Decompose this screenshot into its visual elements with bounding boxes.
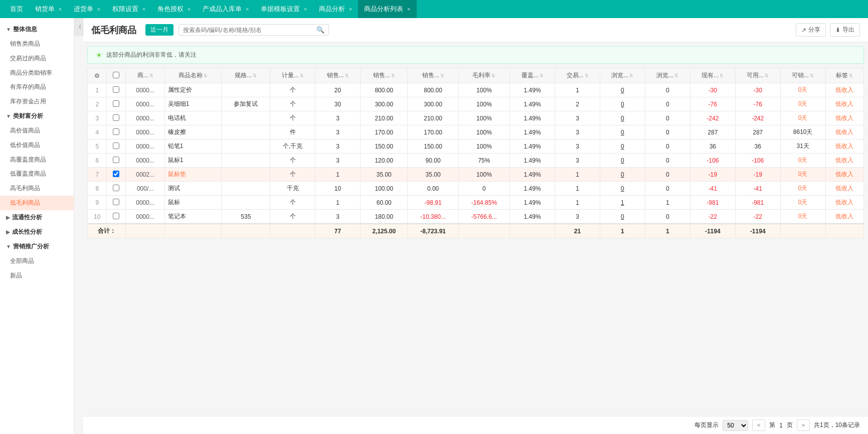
row-select-checkbox[interactable] bbox=[113, 86, 119, 93]
th-browse1[interactable]: 浏览...⇅ bbox=[600, 68, 645, 83]
th-sales-qty[interactable]: 销售...⇅ bbox=[315, 68, 361, 83]
th-settings[interactable]: ⚙ bbox=[88, 68, 107, 83]
nav-product-analysis-list[interactable]: 商品分析列表 × bbox=[358, 0, 416, 18]
th-gross-margin[interactable]: 毛利率⇅ bbox=[458, 68, 509, 83]
th-current-stock[interactable]: 现有...⇅ bbox=[690, 68, 735, 83]
nav-sales-order[interactable]: 销货单 × bbox=[29, 0, 68, 18]
nav-product-analysis[interactable]: 商品分析 × bbox=[313, 0, 358, 18]
sort-spec[interactable]: 规格...⇅ bbox=[235, 71, 257, 80]
sidebar-item-in-stock-products[interactable]: 有库存的商品 bbox=[0, 80, 74, 94]
row-browse1[interactable]: 0 bbox=[600, 111, 645, 125]
sidebar-item-low-coverage[interactable]: 低覆盖度商品 bbox=[0, 167, 74, 181]
row-checkbox[interactable] bbox=[107, 111, 126, 125]
sidebar-group-liquidity-header[interactable]: ▶ 流通性分析 bbox=[0, 210, 74, 225]
th-sales-price[interactable]: 销售...⇅ bbox=[360, 68, 408, 83]
sidebar-item-low-value[interactable]: 低价值商品 bbox=[0, 138, 74, 153]
export-button[interactable]: ⬇ 导出 bbox=[830, 23, 860, 37]
sidebar-group-overall-header[interactable]: ▼ 整体信息 bbox=[0, 22, 74, 37]
nav-close-template[interactable]: × bbox=[304, 6, 307, 12]
sidebar-item-category-sales-rate[interactable]: 商品分类助销率 bbox=[0, 66, 74, 80]
row-name[interactable]: 笔记本 bbox=[164, 210, 222, 224]
nav-close-purchase[interactable]: × bbox=[97, 6, 100, 12]
row-name[interactable]: 鼠标 bbox=[164, 196, 222, 210]
nav-close-role[interactable]: × bbox=[188, 6, 191, 12]
th-unit[interactable]: 计量...⇅ bbox=[270, 68, 315, 83]
th-checkbox[interactable] bbox=[107, 68, 126, 83]
row-select-checkbox[interactable] bbox=[113, 213, 119, 219]
th-tag[interactable]: 标签⇅ bbox=[825, 68, 863, 83]
th-name[interactable]: 商品名称⇅ bbox=[164, 68, 222, 83]
row-tag[interactable]: 低收入 bbox=[825, 154, 863, 168]
nav-close-product[interactable]: × bbox=[246, 6, 249, 12]
row-select-checkbox[interactable] bbox=[113, 142, 119, 149]
nav-home[interactable]: 首页 bbox=[4, 0, 29, 18]
row-browse1[interactable]: 0 bbox=[600, 168, 645, 182]
nav-permissions[interactable]: 权限设置 × bbox=[106, 0, 151, 18]
sidebar-item-inventory-capital[interactable]: 库存资金占用 bbox=[0, 94, 74, 109]
th-sales-amount[interactable]: 销售...⇅ bbox=[408, 68, 458, 83]
th-spec[interactable]: 规格...⇅ bbox=[222, 68, 270, 83]
row-select-checkbox[interactable] bbox=[113, 114, 119, 121]
sidebar-group-wealth-header[interactable]: ▼ 类财富分析 bbox=[0, 109, 74, 123]
sort-tag[interactable]: 标签⇅ bbox=[836, 71, 853, 80]
next-page-button[interactable]: ＞ bbox=[797, 419, 810, 431]
row-select-checkbox[interactable] bbox=[113, 100, 119, 107]
row-checkbox[interactable] bbox=[107, 154, 126, 168]
sidebar-group-growth-header[interactable]: ▶ 成长性分析 bbox=[0, 225, 74, 239]
nav-close-sales[interactable]: × bbox=[59, 6, 62, 12]
nav-template-settings[interactable]: 单据模板设置 × bbox=[255, 0, 313, 18]
row-select-checkbox[interactable] bbox=[113, 199, 119, 205]
row-tag[interactable]: 低收入 bbox=[825, 210, 863, 224]
select-all-checkbox[interactable] bbox=[113, 72, 119, 78]
sidebar-group-marketing-header[interactable]: ▼ 营销推广分析 bbox=[0, 239, 74, 254]
row-tag[interactable]: 低收入 bbox=[825, 168, 863, 182]
row-name[interactable]: 测试 bbox=[164, 182, 222, 196]
row-name[interactable]: 吴细细1 bbox=[164, 97, 222, 111]
sort-unit[interactable]: 计量...⇅ bbox=[282, 71, 304, 80]
sort-sales-amount[interactable]: 销售...⇅ bbox=[422, 71, 444, 80]
sidebar-item-new-products[interactable]: 新品 bbox=[0, 268, 74, 283]
nav-product-entry[interactable]: 产成品入库单 × bbox=[197, 0, 255, 18]
prev-page-button[interactable]: ＜ bbox=[752, 419, 765, 431]
row-tag[interactable]: 低收入 bbox=[825, 182, 863, 196]
nav-role-auth[interactable]: 角色授权 × bbox=[151, 0, 197, 18]
page-size-select[interactable]: 50 100 200 bbox=[723, 420, 748, 431]
row-checkbox[interactable] bbox=[107, 182, 126, 196]
th-trade[interactable]: 交易...⇅ bbox=[555, 68, 600, 83]
row-name[interactable]: 铅笔1 bbox=[164, 139, 222, 154]
row-name[interactable]: 属性定价 bbox=[164, 83, 222, 97]
row-checkbox[interactable] bbox=[107, 210, 126, 224]
th-saleable[interactable]: 可销...⇅ bbox=[780, 68, 825, 83]
sidebar-item-traded-products[interactable]: 交易过的商品 bbox=[0, 51, 74, 66]
row-select-checkbox[interactable] bbox=[113, 128, 119, 135]
row-checkbox[interactable] bbox=[107, 196, 126, 210]
row-browse1[interactable]: 0 bbox=[600, 154, 645, 168]
sort-saleable[interactable]: 可销...⇅ bbox=[792, 71, 814, 80]
row-checkbox[interactable] bbox=[107, 139, 126, 154]
sort-current-stock[interactable]: 现有...⇅ bbox=[702, 71, 724, 80]
row-name[interactable]: 电话机 bbox=[164, 111, 222, 125]
row-browse1[interactable]: 1 bbox=[600, 196, 645, 210]
th-coverage[interactable]: 覆盖...⇅ bbox=[510, 68, 555, 83]
nav-close-permissions[interactable]: × bbox=[142, 6, 145, 12]
sort-sales-qty[interactable]: 销售...⇅ bbox=[327, 71, 349, 80]
sidebar-item-high-margin[interactable]: 高毛利商品 bbox=[0, 181, 74, 196]
row-browse1[interactable]: 0 bbox=[600, 210, 645, 224]
sort-sales-price[interactable]: 销售...⇅ bbox=[373, 71, 395, 80]
row-tag[interactable]: 低收入 bbox=[825, 97, 863, 111]
row-tag[interactable]: 低收入 bbox=[825, 196, 863, 210]
row-tag[interactable]: 低收入 bbox=[825, 139, 863, 154]
row-checkbox[interactable] bbox=[107, 125, 126, 139]
row-browse1[interactable]: 0 bbox=[600, 97, 645, 111]
filter-recent-month-button[interactable]: 近一月 bbox=[145, 24, 173, 36]
th-available[interactable]: 可用...⇅ bbox=[735, 68, 780, 83]
row-tag[interactable]: 低收入 bbox=[825, 111, 863, 125]
sidebar-item-high-value[interactable]: 高价值商品 bbox=[0, 123, 74, 138]
row-name[interactable]: 鼠标1 bbox=[164, 154, 222, 168]
row-browse1[interactable]: 0 bbox=[600, 125, 645, 139]
sidebar-item-high-coverage[interactable]: 高覆盖度商品 bbox=[0, 153, 74, 167]
row-checkbox[interactable] bbox=[107, 97, 126, 111]
row-select-checkbox[interactable] bbox=[113, 171, 119, 177]
sidebar-item-low-margin[interactable]: 低毛利商品 bbox=[0, 196, 74, 210]
nav-purchase-order[interactable]: 进货单 × bbox=[68, 0, 106, 18]
